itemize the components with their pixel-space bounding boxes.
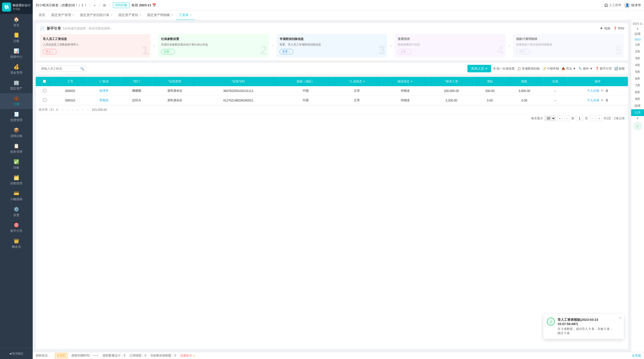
guide-step-5-btn[interactable]: 查看＞ [516, 49, 530, 54]
sidebar-item-assets[interactable]: 🏢 固定资产 [0, 77, 33, 93]
user-menu-button[interactable]: 👤 徐泽华 [624, 2, 641, 8]
search-input[interactable] [41, 67, 79, 70]
add-company-button[interactable]: + [93, 3, 96, 8]
calendar-month-3[interactable]: 3月 [631, 55, 644, 62]
tab-categories[interactable]: 固定资产类别 × [115, 11, 144, 20]
calendar-icon[interactable]: 📅 [152, 3, 156, 7]
calendar-month-10[interactable]: 10月 [631, 102, 644, 109]
calendar-month-8[interactable]: 8月 [631, 89, 644, 96]
unpin-button[interactable]: ◀ 取消固定 [1, 350, 32, 357]
sidebar-item-ledger[interactable]: 📒 总账 [0, 30, 33, 46]
calendar-month-2[interactable]: 2月 [631, 48, 644, 55]
sort-icon[interactable]: ⇅ [99, 80, 101, 83]
sidebar-item-invoices[interactable]: 🧾 发票管理 [0, 109, 33, 125]
sidebar-item-settings[interactable]: ⚙️ 设置 [0, 204, 33, 220]
sidebar-item-home[interactable]: 🏠 首页 [0, 14, 33, 30]
row-1-id-type: 居民身份证 [152, 86, 198, 96]
calendar-action-icon[interactable]: ✓ [633, 122, 642, 131]
page-number-input[interactable] [576, 116, 583, 121]
tab-home[interactable]: 首页 [36, 11, 48, 20]
tab-close-payroll[interactable]: × [190, 14, 192, 16]
deduction-button[interactable]: 📋 专项附加扣除 [517, 67, 540, 71]
tax-report-button[interactable]: 📝 个税申报 [542, 67, 559, 71]
search-icon[interactable]: 🔍 [80, 67, 84, 71]
calendar-month-1[interactable]: 1月 [631, 41, 644, 48]
help-link[interactable]: ❓ 帮助 [613, 26, 624, 31]
sidebar-item-expense[interactable]: 💳 小畅报销 [0, 188, 33, 204]
add-person-button[interactable]: 添加人员 ▼ [467, 65, 491, 72]
guide-step-4-btn[interactable]: 查看＞ [398, 49, 412, 54]
activate-link[interactable]: 去充值 [632, 353, 641, 358]
table-row: 000010 李俊杰 总经办 居民身份证 412702198206290521 … [36, 96, 628, 105]
tab-payroll[interactable]: 工资表 × [176, 11, 195, 20]
company-selector[interactable]: 刘小艳演示账套（勿删勿动！）1 ▼ [36, 3, 87, 8]
row-1-social-link[interactable]: 个人社保 [587, 89, 599, 92]
row-2-name-link[interactable]: 李俊杰 [99, 98, 108, 102]
row-1-name-link[interactable]: 徐泽华 [99, 89, 108, 92]
refresh-button[interactable]: 🔄 刷新 [614, 67, 625, 71]
tab-assets[interactable]: 固定资产管理 × [48, 11, 77, 20]
row-2-performance: 0.00 [506, 96, 543, 105]
row-2-delete-icon[interactable]: 🗑 [606, 98, 609, 102]
row-2-basic-salary: 3,200.00 [429, 96, 474, 105]
sidebar-item-tax[interactable]: 📋 税务管理 [0, 141, 33, 157]
social-insurance-button[interactable]: ⚙ 统一社保设置 [493, 67, 515, 71]
row-1-edit-icon[interactable]: ✏ [601, 89, 603, 92]
report-filter-icon[interactable]: ▼ [410, 80, 413, 83]
guide-step-1-btn[interactable]: 导入＞ [43, 49, 57, 54]
operations-button[interactable]: 🔧 操作 ▼ [578, 67, 593, 71]
row-1-delete-icon[interactable]: 🗑 [606, 89, 609, 92]
video-link[interactable]: ▶ 视频 [600, 26, 610, 31]
tab-close-categories[interactable]: × [140, 14, 141, 16]
calendar-month-12[interactable]: 12月 [631, 31, 644, 37]
social-icon: ⚙ [493, 67, 496, 70]
tab-close-assets[interactable]: × [72, 14, 74, 16]
customer-service-button[interactable]: 🎧 人工咨询 [604, 3, 621, 7]
calendar-month-11[interactable]: 11月 [631, 109, 644, 116]
tab-depreciation[interactable]: 固定资产折旧统计表 × [77, 11, 115, 20]
guide-step-3: 专项附加扣除信息 查看、导入员工专项附加扣除信息 查看＞ 3 [276, 34, 387, 57]
tab-close-detail[interactable]: × [172, 14, 173, 16]
calendar-up-nav[interactable]: ▲ [636, 26, 640, 31]
sidebar-item-reports[interactable]: 📊 报表中心 [0, 46, 33, 62]
last-page-button[interactable]: » [596, 116, 602, 121]
row-2-should-pay: -- [543, 96, 568, 105]
calendar-down-nav[interactable]: ▼ [636, 116, 640, 121]
sidebar-item-funds[interactable]: 💰 资金管理 [0, 62, 33, 77]
guide-step-2-btn[interactable]: 设置＞ [161, 49, 175, 54]
calendar-month-9[interactable]: 9月 [631, 96, 644, 102]
page-size-select[interactable]: 10 20 50 [545, 116, 556, 121]
calendar-month-5[interactable]: 5月 [631, 69, 644, 75]
calendar-month-4[interactable]: 4月 [631, 62, 644, 69]
guide-step-3-btn[interactable]: 查看＞ [279, 49, 293, 54]
sidebar-item-member[interactable]: 👑 畅会员 [0, 236, 33, 251]
export-button[interactable]: 📤 导出 ▼ [561, 67, 576, 71]
next-page-button[interactable]: › [589, 116, 595, 121]
calendar-month-6[interactable]: 6月 [631, 75, 644, 82]
sidebar-item-inventory[interactable]: 📦 进销台账 [0, 125, 33, 141]
row-2-social-link[interactable]: 个人社保 [587, 98, 599, 102]
first-page-button[interactable]: « [557, 116, 563, 121]
row-2-edit-icon[interactable]: ✏ [601, 98, 603, 102]
switch-version-button[interactable]: 切到旧版 [113, 2, 130, 8]
toast-close-button[interactable]: × [619, 316, 621, 320]
select-all-checkbox[interactable] [43, 80, 46, 83]
reports-icon: 📊 [14, 48, 19, 54]
calendar-month-7[interactable]: 7月 [631, 82, 644, 89]
prev-page-button[interactable]: ‹ [564, 116, 570, 121]
sidebar-item-close[interactable]: ✅ 结账 [0, 157, 33, 172]
col-basic-salary: *基本工资 [429, 77, 474, 86]
status-filter-icon[interactable]: ▼ [363, 80, 365, 83]
guide-close-button[interactable]: × [623, 26, 625, 30]
sidebar-item-payroll[interactable]: 💼 工资 [0, 93, 33, 109]
tab-detail[interactable]: 固定资产明细账 × [144, 11, 176, 20]
payroll-icon: 💼 [14, 96, 19, 101]
content-area: 📄 新手引导 5步快速完成设置，快去完善信息吧～ ▶ 视频 ❓ 帮助 [33, 20, 644, 352]
tab-close-depreciation[interactable]: × [111, 14, 112, 16]
row-2-checkbox[interactable] [43, 98, 46, 102]
sidebar-item-archive[interactable]: 🗂️ 归档管理 [0, 172, 33, 188]
row-1-checkbox[interactable] [43, 89, 46, 92]
sidebar-item-guide[interactable]: 🎯 新手引导 [0, 220, 33, 236]
new-guide-button[interactable]: ❓ 新手引导 [595, 67, 612, 71]
settings-company-button[interactable]: ⚙ [102, 3, 107, 8]
